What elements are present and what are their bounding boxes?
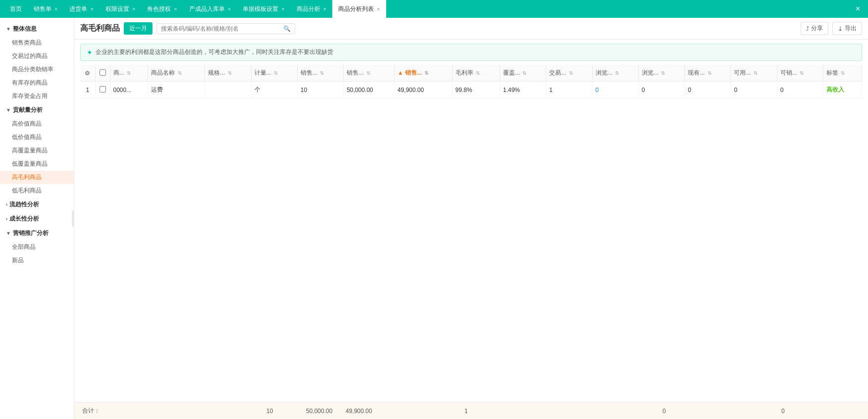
footer-sales-amount: 50,000.00 <box>303 408 343 415</box>
sidebar-item-sales-goods[interactable]: 销售类商品 <box>0 36 74 49</box>
footer-bar: 合计： 10 50,000.00 49,900.00 1 0 0 <box>74 402 868 419</box>
nav-analysis-close[interactable]: × <box>323 6 326 12</box>
share-button[interactable]: ⤴ 分享 <box>801 22 828 35</box>
nav-product-in[interactable]: 产成品入库单 × <box>183 0 237 18</box>
cell-browse1[interactable]: 0 <box>592 82 638 98</box>
nav-template[interactable]: 单据模板设置 × <box>237 0 290 18</box>
nav-sales-close[interactable]: × <box>54 6 57 12</box>
col-code[interactable]: 商... ⇅ <box>110 65 148 82</box>
nav-analysis[interactable]: 商品分析 × <box>291 0 332 18</box>
sort-icon-coverage: ⇅ <box>522 70 526 76</box>
main-area: ▼ 整体信息 销售类商品 交易过的商品 商品分类助销率 有库存的商品 库存资金占… <box>0 18 868 419</box>
search-container: 🔍 <box>156 23 295 34</box>
sidebar-item-traded-goods[interactable]: 交易过的商品 <box>0 49 74 63</box>
arrow-icon: ▼ <box>6 26 11 32</box>
nav-role-close[interactable]: × <box>174 6 177 12</box>
sort-icon-browse1: ⇅ <box>615 70 619 76</box>
nav-product-in-close[interactable]: × <box>228 6 231 12</box>
cell-coverage: 1.49% <box>500 82 546 98</box>
cell-checkbox[interactable] <box>95 82 110 98</box>
col-browse1[interactable]: 浏览... ⇅ <box>592 65 638 82</box>
sidebar-group-marketing[interactable]: ▼ 营销推广分析 <box>0 226 74 240</box>
sort-icon-transaction: ⇅ <box>569 70 573 76</box>
search-icon[interactable]: 🔍 <box>283 25 291 32</box>
arrow-icon-contribution: ▼ <box>6 107 11 113</box>
col-browse2[interactable]: 浏览... ⇅ <box>638 65 684 82</box>
sidebar-group-growth[interactable]: › 成长性分析 <box>0 212 74 226</box>
sidebar-item-high-coverage[interactable]: 高覆盖量商品 <box>0 144 74 157</box>
sort-icon-sales-amount: ⇅ <box>366 70 370 76</box>
arrow-icon-growth: › <box>6 216 7 222</box>
nav-analysis-list[interactable]: 商品分析列表 × <box>332 0 386 18</box>
cell-gross-rate: 99.8% <box>452 82 500 98</box>
search-input[interactable] <box>161 25 283 32</box>
sidebar-item-low-margin[interactable]: 低毛利商品 <box>0 184 74 197</box>
col-stock-saleable[interactable]: 可销... ⇅ <box>777 65 823 82</box>
footer-sales-cost: 49,900.00 <box>343 408 382 415</box>
settings-icon[interactable]: ⚙ <box>85 70 90 77</box>
sort-icon-gross: ⇅ <box>476 70 480 76</box>
sidebar-item-low-value[interactable]: 低价值商品 <box>0 131 74 144</box>
nav-sales[interactable]: 销售单 × <box>28 0 63 18</box>
nav-analysis-list-close[interactable]: × <box>377 6 380 12</box>
sidebar-item-in-stock[interactable]: 有库存的商品 <box>0 76 74 90</box>
col-transaction[interactable]: 交易... ⇅ <box>546 65 592 82</box>
footer-stock-saleable: 0 <box>778 408 818 415</box>
row-checkbox[interactable] <box>100 86 106 93</box>
sidebar-group-overview[interactable]: ▼ 整体信息 <box>0 22 74 36</box>
nav-template-close[interactable]: × <box>281 6 284 12</box>
nav-home[interactable]: 首页 <box>4 0 28 18</box>
col-sales-qty[interactable]: 销售... ⇅ <box>297 65 343 82</box>
sidebar-group-trend[interactable]: › 流趋性分析 <box>0 197 74 212</box>
sidebar-item-new-goods[interactable]: 新品 <box>0 254 74 267</box>
table-body: 1 0000... 运费 个 10 50,000.00 49,900.00 99… <box>80 82 862 98</box>
filter-recent-month[interactable]: 近一月 <box>124 22 153 35</box>
col-sales-amount[interactable]: 销售... ⇅ <box>344 65 395 82</box>
sidebar-collapse-button[interactable]: ‹ <box>72 211 74 227</box>
export-icon: ⤓ <box>838 25 843 32</box>
col-stock-available[interactable]: 可用... ⇅ <box>731 65 777 82</box>
nav-purchase[interactable]: 进货单 × <box>63 0 99 18</box>
page-title: 高毛利商品 <box>80 23 120 34</box>
content-area: 高毛利商品 近一月 🔍 ⤴ 分享 ⤓ 导出 ✦ 企业的主要的利润都是这部分商品创… <box>74 18 868 419</box>
nav-role[interactable]: 角色授权 × <box>141 0 183 18</box>
sidebar-item-stock-capital[interactable]: 库存资金占用 <box>0 90 74 103</box>
nav-purchase-close[interactable]: × <box>90 6 93 12</box>
sidebar-group-contribution[interactable]: ▼ 贡献量分析 <box>0 103 74 117</box>
sort-icon: ⇅ <box>127 70 131 76</box>
footer-total-label: 合计： <box>80 407 263 415</box>
sidebar-item-category-rate[interactable]: 商品分类助销率 <box>0 63 74 76</box>
browse1-link[interactable]: 0 <box>596 87 599 93</box>
sidebar-item-high-margin[interactable]: 高毛利商品 <box>0 171 74 184</box>
table-wrapper[interactable]: ⚙ 商... ⇅ 商品名称 ⇅ <box>80 65 862 402</box>
cell-browse2: 0 <box>638 82 684 98</box>
export-button[interactable]: ⤓ 导出 <box>832 22 862 35</box>
sidebar-item-high-value[interactable]: 高价值商品 <box>0 117 74 131</box>
col-settings[interactable]: ⚙ <box>80 65 95 82</box>
sort-icon-stock-saleable: ⇅ <box>800 70 804 76</box>
window-close-button[interactable]: × <box>852 4 864 13</box>
col-checkbox[interactable] <box>95 65 110 82</box>
sort-icon-name: ⇅ <box>178 70 182 76</box>
sort-icon-sales-qty: ⇅ <box>320 70 324 76</box>
nav-permission[interactable]: 权限设置 × <box>100 0 141 18</box>
col-unit[interactable]: 计量... ⇅ <box>251 65 297 82</box>
sidebar-item-all-goods[interactable]: 全部商品 <box>0 240 74 254</box>
nav-permission-close[interactable]: × <box>132 6 135 12</box>
cell-unit: 个 <box>251 82 297 98</box>
col-name[interactable]: 商品名称 ⇅ <box>148 65 205 82</box>
col-gross-rate[interactable]: 毛利率 ⇅ <box>452 65 500 82</box>
select-all-checkbox[interactable] <box>100 69 106 76</box>
col-coverage[interactable]: 覆盖... ⇅ <box>500 65 546 82</box>
col-stock-current[interactable]: 现有... ⇅ <box>685 65 731 82</box>
sort-icon-browse2: ⇅ <box>661 70 665 76</box>
cell-transaction: 1 <box>546 82 592 98</box>
col-spec[interactable]: 规格... ⇅ <box>205 65 251 82</box>
sidebar-item-low-coverage[interactable]: 低覆盖量商品 <box>0 157 74 171</box>
sort-icon-tag: ⇅ <box>841 70 845 76</box>
sort-icon-spec: ⇅ <box>228 70 232 76</box>
col-sales-cost[interactable]: ▲ 销售... ⇅ <box>394 65 452 82</box>
col-tag[interactable]: 标签 ⇅ <box>823 65 862 82</box>
sort-icon-stock-available: ⇅ <box>754 70 758 76</box>
top-nav: 首页 销售单 × 进货单 × 权限设置 × 角色授权 × 产成品入库单 × 单据… <box>0 0 868 18</box>
